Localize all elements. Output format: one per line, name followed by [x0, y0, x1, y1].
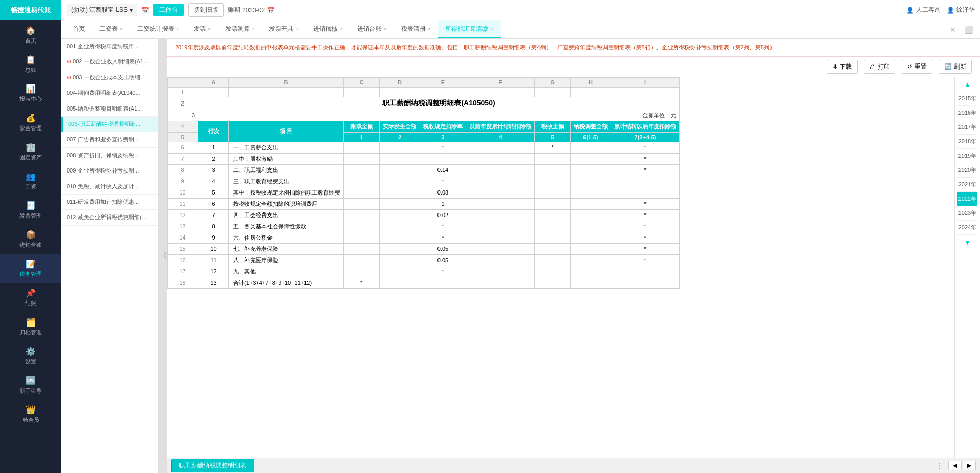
cell-col6[interactable]: [466, 176, 535, 187]
cell-col6[interactable]: [466, 142, 535, 153]
cell-col7[interactable]: [535, 232, 571, 243]
year-btn-2021年[interactable]: 2021年: [957, 178, 977, 192]
cell-col9[interactable]: [611, 176, 680, 187]
sidebar-item-畅会员[interactable]: 👑畅会员: [0, 400, 61, 429]
year-btn-2017年[interactable]: 2017年: [957, 120, 977, 135]
list-item-006[interactable]: 006-职工薪酬纳税调整明细...: [61, 117, 158, 132]
cell-col9[interactable]: *: [611, 243, 680, 254]
cell-col9[interactable]: [611, 277, 680, 288]
tab-税表清册[interactable]: 税表清册×: [394, 20, 438, 38]
cell-col4[interactable]: [380, 243, 420, 254]
year-btn-2024年[interactable]: 2024年: [957, 221, 977, 235]
table-container[interactable]: A B C D E F G H I 1: [167, 77, 954, 458]
sidebar-item-新手引导[interactable]: 🆕新手引导: [0, 371, 61, 400]
list-item-011[interactable]: 011-研发费用加计扣除优惠...: [61, 195, 158, 210]
list-item-001[interactable]: 001-企业所得税年度纳税申...: [61, 39, 158, 54]
tab-close-icon[interactable]: ×: [120, 26, 123, 32]
year-scroll-up[interactable]: ▲: [955, 77, 980, 92]
workbench-button[interactable]: 工作台: [153, 4, 184, 16]
cell-col3[interactable]: [344, 254, 380, 266]
cell-col5[interactable]: *: [420, 221, 466, 232]
tab-进销台账[interactable]: 进销台账×: [350, 20, 394, 38]
cell-col6[interactable]: [466, 243, 535, 254]
cell-col7[interactable]: [535, 221, 571, 232]
list-item-005[interactable]: 005-纳税调整项目明细表(A1...: [61, 101, 158, 117]
company-selector[interactable]: (勿动) 江西股宝-LSS ▾: [67, 4, 137, 16]
cell-col7[interactable]: [535, 254, 571, 266]
cell-col5[interactable]: [420, 277, 466, 288]
bottom-nav-right[interactable]: ▶: [963, 461, 976, 470]
list-item-012[interactable]: 012-减免企业所得税优惠明细(…: [61, 210, 158, 225]
cell-col4[interactable]: [380, 164, 420, 176]
tab-发票测算[interactable]: 发票测算×: [218, 20, 262, 38]
sidebar-item-归档管理[interactable]: 🗂️归档管理: [0, 312, 61, 341]
year-btn-2016年[interactable]: 2016年: [957, 106, 977, 120]
year-btn-2022年[interactable]: 2022年: [957, 192, 977, 206]
year-btn-2020年[interactable]: 2020年: [957, 163, 977, 178]
cell-col7[interactable]: [535, 187, 571, 198]
tab-工资表[interactable]: 工资表×: [92, 20, 130, 38]
cell-col6[interactable]: [466, 153, 535, 164]
cell-col4[interactable]: [380, 176, 420, 187]
bottom-tab-active[interactable]: 职工薪酬纳税调整明细表: [171, 459, 254, 472]
cell-col6[interactable]: [466, 266, 535, 277]
tab-发票开具[interactable]: 发票开具×: [262, 20, 306, 38]
sidebar-item-报表中心[interactable]: 📊报表中心: [0, 79, 61, 108]
cell-col9[interactable]: *: [611, 198, 680, 209]
cell-col8[interactable]: [571, 266, 611, 277]
cell-col8[interactable]: [571, 232, 611, 243]
cell-col4[interactable]: [380, 277, 420, 288]
cell-col7[interactable]: [535, 209, 571, 221]
cell-col9[interactable]: [611, 266, 680, 277]
cell-col8[interactable]: [571, 164, 611, 176]
list-item-008[interactable]: 008-资产折旧、摊销及纳税...: [61, 148, 158, 163]
cell-col4[interactable]: [380, 266, 420, 277]
sidebar-item-进销台账[interactable]: 📦进销台账: [0, 225, 61, 254]
user-profile[interactable]: 👤 徐泽华: [947, 6, 975, 14]
cell-col6[interactable]: [466, 164, 535, 176]
tab-close-icon[interactable]: ×: [384, 26, 387, 32]
cell-col3[interactable]: [344, 232, 380, 243]
sidebar-item-首页[interactable]: 🏠首页: [0, 20, 61, 50]
year-btn-2023年[interactable]: 2023年: [957, 206, 977, 221]
cell-col4[interactable]: [380, 209, 420, 221]
list-item-003[interactable]: ⊘ 003-一般企业成本支出明细...: [61, 70, 158, 85]
year-btn-2015年[interactable]: 2015年: [957, 92, 977, 106]
tab-close-icon[interactable]: ×: [296, 26, 299, 32]
year-btn-2018年[interactable]: 2018年: [957, 135, 977, 149]
cell-col6[interactable]: [466, 232, 535, 243]
cell-col5[interactable]: 0.02: [420, 209, 466, 221]
back-old-button[interactable]: 切到旧版: [188, 3, 224, 17]
refresh-button[interactable]: 🔄 刷新: [939, 60, 972, 74]
cell-col3[interactable]: [344, 153, 380, 164]
cell-col9[interactable]: *: [611, 164, 680, 176]
cell-col8[interactable]: [571, 198, 611, 209]
year-btn-2019年[interactable]: 2019年: [957, 149, 977, 163]
sidebar-item-固定资产[interactable]: 🏢固定资产: [0, 137, 61, 166]
cell-col9[interactable]: *: [611, 221, 680, 232]
year-scroll-down[interactable]: ▼: [955, 235, 980, 249]
cell-col9[interactable]: *: [611, 254, 680, 266]
cell-col5[interactable]: 0.08: [420, 187, 466, 198]
tab-所得税汇算清缴[interactable]: 所得税汇算清缴×: [438, 20, 501, 38]
list-item-007[interactable]: 007-广告费和业务宣传费明...: [61, 132, 158, 147]
tab-工资统计报表[interactable]: 工资统计报表×: [130, 20, 186, 38]
cell-col7[interactable]: [535, 164, 571, 176]
cell-col9[interactable]: [611, 187, 680, 198]
cell-col4[interactable]: [380, 153, 420, 164]
cell-col7[interactable]: [535, 153, 571, 164]
cell-col9[interactable]: *: [611, 153, 680, 164]
cell-col7[interactable]: [535, 243, 571, 254]
cell-col7[interactable]: [535, 266, 571, 277]
cell-col9[interactable]: *: [611, 232, 680, 243]
cell-col8[interactable]: [571, 221, 611, 232]
download-button[interactable]: ⬇ 下载: [827, 60, 858, 74]
list-item-009[interactable]: 009-企业所得税弥补亏损明...: [61, 163, 158, 179]
sidebar-item-工资[interactable]: 👥工资: [0, 166, 61, 196]
cell-col5[interactable]: 0.05: [420, 254, 466, 266]
cell-col4[interactable]: [380, 198, 420, 209]
tab-close-icon[interactable]: ×: [252, 26, 255, 32]
tab-close-icon[interactable]: ×: [340, 26, 343, 32]
tab-首页[interactable]: 首页: [66, 20, 92, 38]
cell-col4[interactable]: [380, 187, 420, 198]
